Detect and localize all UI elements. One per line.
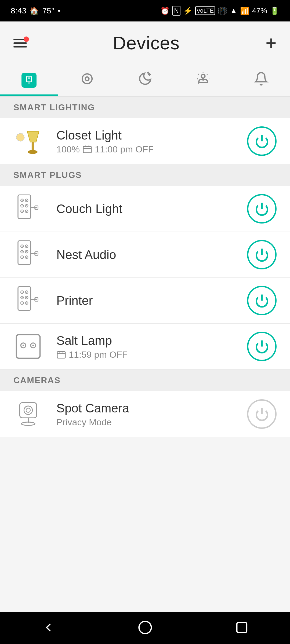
svg-rect-54: [18, 287, 31, 310]
spot-camera-name: Spot Camera: [56, 401, 247, 415]
nav-home-button[interactable]: [138, 620, 153, 636]
svg-point-12: [28, 150, 38, 154]
closet-light-brightness: 100%: [56, 144, 80, 155]
tab-plug[interactable]: [0, 64, 58, 96]
tab-bar: [0, 64, 290, 97]
svg-point-84: [26, 408, 30, 412]
camera-device-icon: [13, 399, 43, 429]
calendar-icon: [82, 145, 92, 153]
spot-camera-power-button[interactable]: [247, 399, 277, 429]
volte-icon: VoLTE: [195, 6, 215, 15]
svg-rect-36: [18, 241, 31, 264]
device-spot-camera[interactable]: Spot Camera Privacy Mode: [0, 391, 290, 437]
nav-bar: [0, 612, 290, 644]
section-cameras: CAMERAS: [0, 369, 290, 391]
status-bar: 8:43 🏠 75° • ⏰ N ⚡ VoLTE 📳 ▲ 📶 47% 🔋: [0, 0, 290, 21]
tab-notifications[interactable]: [232, 64, 290, 96]
svg-rect-89: [237, 623, 247, 632]
svg-point-66: [26, 303, 27, 303]
svg-point-56: [22, 292, 23, 292]
device-couch-light[interactable]: Couch Light: [0, 186, 290, 232]
calendar-icon-2: [56, 350, 66, 358]
signal-icon: 📶: [240, 6, 249, 15]
printer-power-button[interactable]: [247, 286, 277, 315]
printer-info: Printer: [56, 293, 247, 308]
power-icon: [255, 202, 269, 216]
svg-point-48: [26, 257, 27, 258]
svg-point-6: [149, 74, 150, 75]
add-device-button[interactable]: +: [266, 34, 277, 52]
nest-audio-name: Nest Audio: [56, 247, 247, 262]
status-right: ⏰ N ⚡ VoLTE 📳 ▲ 📶 47% 🔋: [160, 6, 279, 16]
spot-camera-meta: Privacy Mode: [56, 417, 247, 427]
dot-indicator: •: [58, 6, 61, 15]
menu-button[interactable]: [13, 39, 27, 47]
device-printer[interactable]: Printer: [0, 278, 290, 324]
svg-point-64: [22, 303, 23, 303]
plug-strip-icon-2: [13, 240, 40, 269]
svg-point-58: [26, 292, 27, 292]
power-icon: [255, 134, 269, 149]
alarm-icon: ⏰: [160, 6, 170, 15]
plug-strip-icon: [13, 194, 40, 224]
svg-point-88: [139, 621, 151, 634]
svg-point-8: [201, 74, 205, 78]
plug-strip-icon-3: [13, 286, 40, 315]
closet-light-meta: 100% 11:00 pm OFF: [56, 144, 247, 155]
closet-light-power-button[interactable]: [247, 126, 277, 156]
spot-camera-icon-area: [13, 399, 48, 429]
device-nest-audio[interactable]: Nest Audio: [0, 232, 290, 278]
home-icon: 🏠: [30, 6, 39, 15]
svg-point-24: [22, 205, 23, 206]
closet-light-name: Closet Light: [56, 128, 247, 142]
device-salt-lamp[interactable]: Salt Lamp 11:59 pm OFF: [0, 324, 290, 369]
tab-weather[interactable]: [174, 64, 232, 96]
battery-icon: 🔋: [270, 6, 279, 15]
printer-name: Printer: [56, 293, 247, 308]
menu-badge: [24, 36, 29, 42]
svg-point-76: [32, 345, 34, 346]
nest-audio-power-button[interactable]: [247, 240, 277, 269]
device-closet-light[interactable]: Closet Light 100% 11:00 pm OFF: [0, 118, 290, 164]
svg-point-40: [26, 246, 27, 247]
salt-lamp-icon-area: [13, 332, 48, 361]
svg-point-62: [26, 297, 27, 298]
svg-rect-82: [20, 403, 37, 418]
svg-point-30: [26, 211, 27, 212]
power-icon: [255, 339, 269, 354]
tab-camera[interactable]: [58, 64, 116, 96]
main-content: SMART LIGHTING Closet Light 100%: [0, 97, 290, 437]
couch-light-power-button[interactable]: [247, 194, 277, 224]
nav-back-button[interactable]: [41, 620, 56, 636]
bell-tab-icon: [254, 71, 269, 89]
weather-tab-icon: [196, 71, 211, 89]
battery-display: 47%: [252, 6, 267, 15]
svg-point-46: [22, 257, 23, 258]
wifi-icon: ▲: [230, 6, 237, 15]
tab-night[interactable]: [116, 64, 174, 96]
svg-point-28: [22, 211, 23, 212]
svg-rect-18: [18, 195, 31, 218]
plug-tab-icon: [21, 73, 37, 88]
section-smart-lighting: SMART LIGHTING: [0, 97, 290, 118]
svg-rect-13: [83, 147, 91, 153]
svg-rect-77: [57, 352, 65, 358]
svg-point-20: [22, 200, 23, 201]
nest-audio-icon-area: [13, 240, 48, 269]
printer-icon-area: [13, 286, 48, 315]
vibrate-icon: 📳: [218, 6, 227, 15]
closet-light-schedule: 11:00 pm OFF: [95, 144, 154, 155]
closet-light-info: Closet Light 100% 11:00 pm OFF: [56, 128, 247, 155]
nav-recents-button[interactable]: [234, 620, 249, 636]
salt-lamp-power-button[interactable]: [247, 332, 277, 361]
nfc-icon: N: [172, 6, 180, 16]
svg-point-7: [148, 72, 148, 73]
page-title: Devices: [113, 32, 180, 53]
power-icon: [255, 293, 269, 308]
back-icon: [41, 620, 56, 635]
couch-light-info: Couch Light: [56, 202, 247, 216]
svg-rect-11: [32, 142, 34, 151]
svg-point-75: [23, 345, 24, 346]
bluetooth-icon: ⚡: [183, 6, 193, 15]
salt-lamp-name: Salt Lamp: [56, 333, 247, 348]
